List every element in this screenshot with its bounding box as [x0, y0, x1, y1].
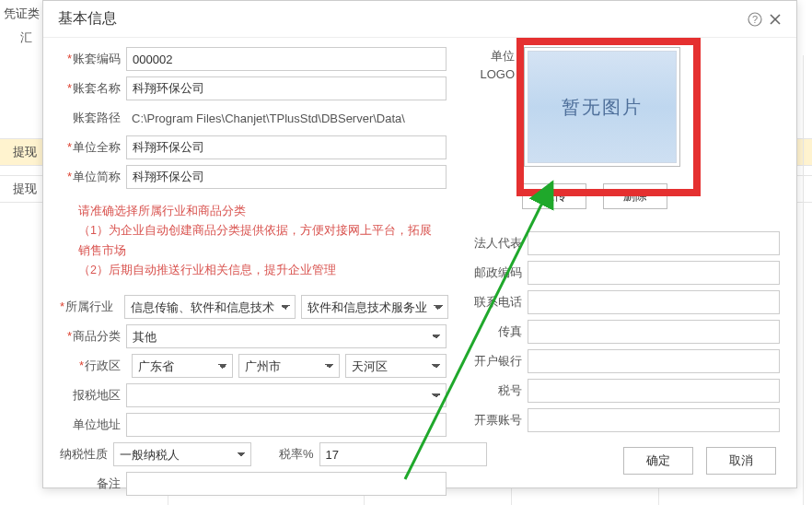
notice-line-2: （1）为企业自动创建商品分类提供依据，方便对接网上平台，拓展销售市场 — [78, 221, 437, 261]
bg-subtab: 汇 — [20, 29, 32, 46]
label-tax-type: 纳税性质 — [60, 446, 113, 463]
unit-shortname-input[interactable] — [126, 165, 447, 189]
region-city-select[interactable]: 广州市 — [238, 354, 340, 378]
bg-row-2-text: 提现 — [13, 181, 37, 197]
label-zip: 邮政编码 — [469, 264, 528, 281]
dialog-title: 基本信息 — [58, 9, 745, 29]
basic-info-dialog: 基本信息 ? 账套编码 账套名称 账套路径 C:\Program Files\C… — [42, 0, 797, 488]
delete-button[interactable]: 删除 — [603, 183, 667, 209]
zip-input[interactable] — [528, 261, 780, 285]
logo-placeholder-text: 暂无图片 — [562, 95, 643, 120]
label-industry: 所属行业 — [60, 299, 119, 315]
label-category: 商品分类 — [60, 328, 126, 345]
industry-notice: 请准确选择所属行业和商品分类 （1）为企业自动创建商品分类提供依据，方便对接网上… — [69, 194, 447, 288]
notice-line-3: （2）后期自动推送行业相关信息，提升企业管理 — [78, 261, 437, 280]
label-account-name: 账套名称 — [60, 80, 126, 97]
left-column: 账套编码 账套名称 账套路径 C:\Program Files\Chanjet\… — [60, 47, 447, 425]
ok-button[interactable]: 确定 — [623, 447, 693, 475]
address-input[interactable] — [126, 413, 447, 437]
upload-button[interactable]: 上传 — [522, 183, 586, 209]
account-code-input[interactable] — [126, 47, 447, 71]
tax-type-select[interactable]: 一般纳税人 — [113, 442, 251, 466]
fax-input[interactable] — [528, 320, 780, 344]
unit-fullname-input[interactable] — [126, 135, 447, 159]
tax-area-select[interactable] — [126, 383, 447, 407]
label-region: 行政区 — [60, 358, 126, 374]
label-unit-logo-line1: 单位 — [491, 49, 515, 63]
cancel-button[interactable]: 取消 — [706, 447, 776, 475]
region-province-select[interactable]: 广东省 — [132, 354, 233, 378]
tax-rate-input[interactable] — [319, 442, 487, 466]
label-phone: 联系电话 — [469, 294, 528, 311]
label-tax-no: 税号 — [469, 382, 528, 399]
help-icon[interactable]: ? — [745, 9, 765, 29]
label-tax-area: 报税地区 — [60, 387, 126, 404]
industry-select-1[interactable]: 信息传输、软件和信息技术 — [124, 295, 296, 319]
account-path-value: C:\Program Files\Chanjet\TPlusStd\DBServ… — [126, 108, 447, 129]
dialog-footer: 确定 取消 — [623, 447, 776, 475]
industry-select-2[interactable]: 软件和信息技术服务业 — [301, 295, 448, 319]
label-tax-rate: 税率% — [251, 446, 319, 463]
label-unit-shortname: 单位简称 — [60, 169, 126, 185]
bank-input[interactable] — [528, 349, 780, 373]
right-column: 单位 LOGO 暂无图片 上传 删除 法人代表 邮政编码 联系电话 传真 — [469, 47, 780, 425]
label-unit-logo: 单位 LOGO — [469, 47, 515, 83]
invoice-acct-input[interactable] — [528, 408, 780, 432]
label-legal-rep: 法人代表 — [469, 235, 528, 252]
category-select[interactable]: 其他 — [126, 324, 447, 348]
remark-input[interactable] — [126, 472, 447, 496]
svg-text:?: ? — [752, 14, 758, 25]
legal-rep-input[interactable] — [528, 231, 780, 255]
label-unit-fullname: 单位全称 — [60, 139, 126, 156]
label-address: 单位地址 — [60, 417, 126, 433]
close-icon[interactable] — [765, 9, 785, 29]
tax-no-input[interactable] — [528, 379, 780, 403]
logo-preview[interactable]: 暂无图片 — [524, 47, 680, 167]
label-fax: 传真 — [469, 323, 528, 340]
account-name-input[interactable] — [126, 76, 447, 100]
bg-row-1-text: 提现 — [13, 144, 37, 160]
label-bank: 开户银行 — [469, 353, 528, 370]
label-account-path: 账套路径 — [60, 110, 126, 126]
region-district-select[interactable]: 天河区 — [345, 354, 447, 378]
bg-header-text: 凭证类 — [4, 6, 40, 22]
phone-input[interactable] — [528, 290, 780, 314]
label-remark: 备注 — [60, 476, 126, 492]
notice-line-1: 请准确选择所属行业和商品分类 — [78, 202, 437, 221]
dialog-header: 基本信息 ? — [43, 1, 796, 38]
label-unit-logo-line2: LOGO — [480, 67, 515, 81]
label-account-code: 账套编码 — [60, 51, 126, 67]
label-invoice-acct: 开票账号 — [469, 412, 528, 429]
